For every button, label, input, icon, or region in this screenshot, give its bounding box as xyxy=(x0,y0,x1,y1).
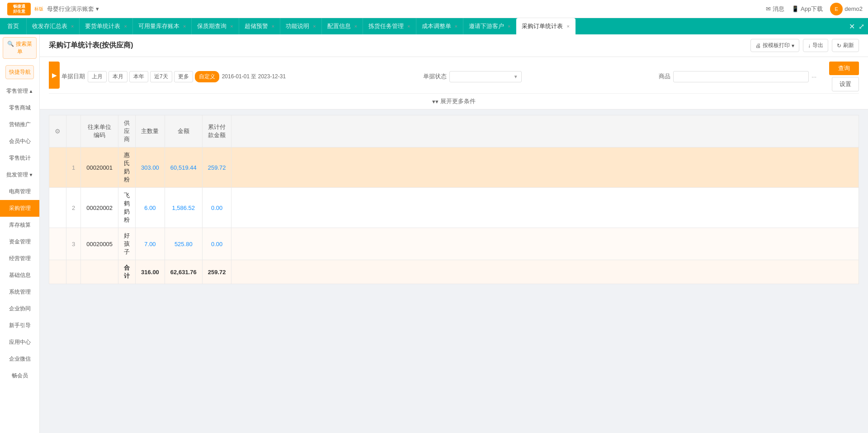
row3-seq: 3 xyxy=(66,228,81,260)
sidebar-item-basic-info[interactable]: 基础信息 xyxy=(0,267,39,284)
app-download-button[interactable]: 📱 App下载 xyxy=(792,5,823,13)
row1-paid-link[interactable]: 259.72 xyxy=(208,164,226,171)
tab-keyongliang[interactable]: 可用量库存账本 × xyxy=(133,18,192,34)
member-label: 畅会员 xyxy=(12,372,28,380)
retail-mgmt-label: 零售管理 xyxy=(6,87,28,95)
date-btn-more[interactable]: 更多 xyxy=(174,71,193,82)
tab-gongneng-close-icon[interactable]: × xyxy=(313,24,316,29)
filter-toggle-button[interactable]: ▶ xyxy=(49,62,60,89)
wholesale-arrow-icon: ▼ xyxy=(29,172,33,177)
row1-amount-link[interactable]: 60,519.44 xyxy=(170,164,197,171)
tab-shoufahuizong-close-icon[interactable]: × xyxy=(71,24,74,29)
message-button[interactable]: ✉ 消息 xyxy=(766,5,784,13)
sidebar-item-member[interactable]: 畅会员 xyxy=(0,367,39,384)
tab-peihuorenwu-close-icon[interactable]: × xyxy=(407,24,410,29)
workspace-selector[interactable]: 母婴行业演示账套 ▾ xyxy=(47,5,99,13)
user-profile-button[interactable]: E demo2 xyxy=(830,3,863,15)
row3-paid-link[interactable]: 0.00 xyxy=(211,241,222,247)
nav-close-icon[interactable]: ✕ xyxy=(849,22,855,31)
row3-quantity-link[interactable]: 7.00 xyxy=(144,241,156,247)
row2-amount-link[interactable]: 1,586.52 xyxy=(172,205,195,211)
tab-home[interactable]: 首页 xyxy=(0,18,27,34)
tab-yaohuodantongji[interactable]: 要货单统计表 × xyxy=(80,18,132,34)
sidebar-item-member-center[interactable]: 会员中心 xyxy=(0,133,39,150)
row3-amount-link[interactable]: 525.80 xyxy=(175,241,193,247)
row1-quantity: 303.00 xyxy=(136,148,165,188)
row1-quantity-link[interactable]: 303.00 xyxy=(141,164,159,171)
filter-fields: 单据日期 上月 本月 本年 近7天 更多 自定义 2016-01-01 至 20… xyxy=(61,62,859,91)
sidebar-item-ecommerce[interactable]: 电商管理 xyxy=(0,183,39,200)
marketing-label: 营销推广 xyxy=(9,121,31,128)
query-button[interactable]: 查询 xyxy=(829,62,859,75)
table-row[interactable]: 2 00020002 飞鹤奶粉 6.00 1,586.52 0.00 xyxy=(49,188,859,228)
template-print-button[interactable]: 🖨 按模板打印 ▾ xyxy=(750,39,799,52)
sidebar-item-retail-mgmt[interactable]: 零售管理 ▲ xyxy=(0,83,39,100)
sidebar-item-enterprise-wechat[interactable]: 企业微信 xyxy=(0,351,39,367)
tab-home-label: 首页 xyxy=(7,22,19,30)
tab-yaohuodantongji-close-icon[interactable]: × xyxy=(124,24,127,29)
expand-conditions-button[interactable]: ▾▾ 展开更多条件 xyxy=(49,93,859,109)
sidebar-item-fund-mgmt[interactable]: 资金管理 xyxy=(0,233,39,250)
quick-nav-button[interactable]: 快捷导航 xyxy=(5,65,34,79)
col-paid-amount-header: 累计付款金额 xyxy=(202,115,231,148)
footer-total-label: 合计 xyxy=(118,260,136,284)
tab-gongneng[interactable]: 功能说明 × xyxy=(280,18,321,34)
tab-baozhibaoqi-close-icon[interactable]: × xyxy=(230,24,233,29)
date-btn-this-month[interactable]: 本月 xyxy=(108,71,127,82)
tab-baozhibaoqi[interactable]: 保质期查询 × xyxy=(192,18,239,34)
tab-caigoudantongji-close-icon[interactable]: × xyxy=(566,24,569,29)
tab-chaochuyujing-close-icon[interactable]: × xyxy=(272,24,274,29)
newbie-guide-label: 新手引导 xyxy=(9,322,31,329)
sidebar-item-marketing[interactable]: 营销推广 xyxy=(0,116,39,133)
tab-keyongliang-close-icon[interactable]: × xyxy=(183,24,186,29)
search-menu-button[interactable]: 🔍 搜索菜单 xyxy=(3,37,37,59)
table-row[interactable]: 3 00020005 好孩子 7.00 525.80 0.00 xyxy=(49,228,859,260)
setting-button[interactable]: 设置 xyxy=(832,77,859,91)
top-bar-right: ✉ 消息 📱 App下载 E demo2 xyxy=(766,3,863,15)
ops-mgmt-label: 经营管理 xyxy=(9,255,31,262)
avatar-initial: E xyxy=(835,6,838,12)
row1-supplier-code: 00020001 xyxy=(81,148,118,188)
sidebar-item-app-center[interactable]: 应用中心 xyxy=(0,334,39,351)
status-select[interactable] xyxy=(449,71,522,82)
row2-quantity-link[interactable]: 6.00 xyxy=(144,205,156,211)
goods-more-icon[interactable]: ··· xyxy=(811,73,816,80)
refresh-button[interactable]: ↻ 刷新 xyxy=(832,39,859,52)
date-btn-7days[interactable]: 近7天 xyxy=(150,71,172,82)
sidebar-item-inventory-check[interactable]: 库存核算 xyxy=(0,217,39,233)
date-btn-last-month[interactable]: 上月 xyxy=(88,71,107,82)
sidebar-item-purchase-mgmt[interactable]: 采购管理 xyxy=(0,200,39,217)
tab-chengbentiaozheng-close-icon[interactable]: × xyxy=(455,24,458,29)
sidebar-item-retail-stats[interactable]: 零售统计 xyxy=(0,150,39,167)
goods-input[interactable] xyxy=(673,71,809,82)
nav-maximize-icon[interactable]: ⤢ xyxy=(859,22,864,31)
tab-yaoqingxiayou[interactable]: 邀请下游客户 × xyxy=(463,18,516,34)
tab-peizhi-close-icon[interactable]: × xyxy=(354,24,357,29)
row3-quantity: 7.00 xyxy=(136,228,165,260)
sidebar-item-ops-mgmt[interactable]: 经营管理 xyxy=(0,250,39,267)
logo: 畅捷通好生意 xyxy=(5,2,33,16)
sidebar-item-enterprise-collab[interactable]: 企业协同 xyxy=(0,300,39,317)
sidebar-item-newbie-guide[interactable]: 新手引导 xyxy=(0,317,39,334)
sidebar-item-retail-shop[interactable]: 零售商城 xyxy=(0,100,39,116)
row2-paid-link[interactable]: 0.00 xyxy=(211,205,222,211)
tab-gongneng-label: 功能说明 xyxy=(286,22,309,30)
sidebar-item-wholesale-mgmt[interactable]: 批发管理 ▼ xyxy=(0,167,39,183)
tab-yaoqingxiayou-close-icon[interactable]: × xyxy=(508,24,510,29)
tab-peizhi[interactable]: 配置信息 × xyxy=(322,18,363,34)
tab-chengbentiaozheng[interactable]: 成本调整单 × xyxy=(416,18,463,34)
tab-caigoudantongji[interactable]: 采购订单统计表 × xyxy=(516,18,575,34)
table-settings-icon[interactable]: ⚙ xyxy=(55,128,61,135)
sidebar-item-system-mgmt[interactable]: 系统管理 xyxy=(0,284,39,300)
tab-chaochuyujing[interactable]: 超储预警 × xyxy=(239,18,280,34)
table-row[interactable]: 1 00020001 惠氏奶粉 303.00 60,519.44 259.72 xyxy=(49,148,859,188)
row3-paid-amount: 0.00 xyxy=(202,228,231,260)
export-button[interactable]: ↓ 导出 xyxy=(803,39,828,52)
date-btn-this-year[interactable]: 本年 xyxy=(129,71,148,82)
tab-shoufahuizong[interactable]: 收发存汇总表 × xyxy=(27,18,80,34)
tab-peihuorenwu[interactable]: 拣货任务管理 × xyxy=(363,18,416,34)
expand-down-icon: ▾▾ xyxy=(432,98,439,105)
table-body: 1 00020001 惠氏奶粉 303.00 60,519.44 259.72 … xyxy=(49,148,859,260)
date-btn-custom[interactable]: 自定义 xyxy=(195,71,219,82)
top-bar-left: 畅捷通好生意 标版 母婴行业演示账套 ▾ xyxy=(5,2,99,16)
